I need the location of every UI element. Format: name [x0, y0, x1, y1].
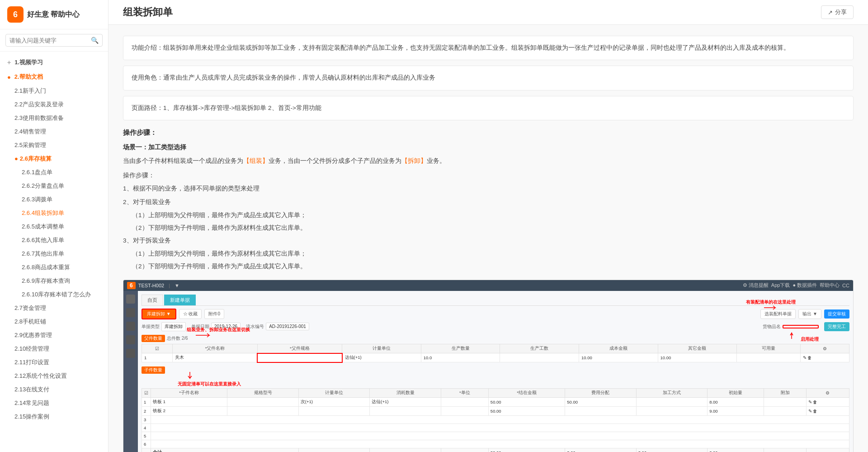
scenario1-desc: 当由多个子件材料组装成一个成品的业务为【组装】业务，当由一个父件拆分成多个子产品… [123, 155, 854, 167]
sidebar-item-error[interactable]: 2.6.10库存账本错了怎么办 [0, 288, 108, 301]
sc-sidebar-icon-5 [126, 349, 135, 358]
upper-td-avail [737, 353, 800, 362]
sc-field-sku[interactable] [783, 325, 819, 328]
sidebar-item-costcalc[interactable]: 2.6.8商品成本重算 [0, 261, 108, 274]
step-2-2: （2）下部明细为子件明细，最终作为原材料生成其它出库单。 [123, 222, 854, 234]
lower-table-row-1: 1 铁板 1 次(+1) 达仙(+1) 50.00 50.00 8.00 [142, 397, 849, 406]
step-3-2: （2）下部明细为子件明细，最终作为产成品生成其它入库单。 [123, 261, 854, 272]
sidebar-item-inventory[interactable]: ●2.6库存核算 [0, 152, 108, 166]
sidebar-item-assemble[interactable]: 2.6.4组装拆卸单 [0, 206, 108, 220]
search-area: 🔍 [0, 29, 108, 52]
upper-th-other: 其它金额 [658, 344, 737, 353]
sidebar-item-count[interactable]: 2.6.1盘点单 [0, 166, 108, 179]
sidebar-item-ops[interactable]: 2.10经营管理 [0, 342, 108, 356]
lower-th-unit: 计量单位 [298, 388, 369, 397]
step-2: 2、对于组装业务 [123, 196, 854, 208]
sidebar-item-sales[interactable]: 2.4销售管理 [0, 125, 108, 138]
highlight-assemble: 【组装】 [243, 157, 269, 164]
sc-btn-submit[interactable]: 提交审核 [824, 309, 849, 319]
sidebar-item-docs[interactable]: ● 2.帮助文档 [0, 70, 108, 84]
sidebar-item-video[interactable]: + 1.视频学习 [0, 55, 108, 70]
sidebar-item-purchase[interactable]: 2.5采购管理 [0, 138, 108, 152]
sidebar-item-print[interactable]: 2.11打印设置 [0, 356, 108, 369]
sc-tab-upper[interactable]: 父件数量 [142, 335, 165, 342]
sidebar-item-faq[interactable]: 2.14常见问题 [0, 396, 108, 410]
search-box[interactable]: 🔍 [5, 34, 103, 47]
sidebar-item-data[interactable]: 2.3使用前数据准备 [0, 111, 108, 125]
upper-th-spec: *父件规格 [257, 344, 342, 353]
lower-th-total: *结在金额 [488, 388, 565, 397]
sidebar-item-custom[interactable]: 2.12系统个性化设置 [0, 369, 108, 383]
sidebar-item-funds[interactable]: 2.7资金管理 [0, 301, 108, 315]
role-intro-text: 使用角色：通常由生产人员或库管人员完成拆装业务的操作，库管人员确认原材料的出库和… [132, 72, 845, 83]
func-intro-block: 功能介绍：组装拆卸单用来处理企业组装或拆卸等加工业务，支持有固定装配清单的产品加… [123, 36, 854, 60]
upper-td-other: 10.00 [658, 353, 737, 362]
sc-btn-save[interactable]: ☆ 收藏 [179, 309, 202, 319]
sidebar-item-cases[interactable]: 2.15操作案例 [0, 410, 108, 423]
upper-th-prod-qty: 生产数量 [421, 344, 500, 353]
sidebar-item-query[interactable]: 2.6.9库存账本查询 [0, 274, 108, 288]
sc-sidebar-icon-4 [126, 335, 135, 344]
upper-td-spec [257, 353, 342, 362]
upper-th-unit: 计量单位 [342, 344, 421, 353]
sc-appname: TEST-H002 [138, 283, 164, 288]
sidebar-item-new[interactable]: 2.1新手入门 [0, 84, 108, 98]
lower-table-row-6: 6 [142, 440, 849, 448]
sc-label-type: 单据类型 [142, 324, 160, 330]
sidebar-item-in[interactable]: 2.6.6其他入库单 [0, 233, 108, 247]
sc-dropdown: ▼ [175, 283, 179, 288]
scenario1-title: 场景一：加工类型选择 [123, 143, 854, 152]
step-1: 1、根据不同的业务，选择不同单据的类型来处理 [123, 183, 854, 195]
sc-btn-confirm[interactable]: 完整完工 [824, 322, 849, 331]
highlight-disassemble: 【拆卸】 [401, 157, 427, 164]
sc-annotation5-arrow [182, 372, 198, 381]
upper-td-name: 关木 [173, 353, 257, 362]
upper-td-qty: 10.0 [421, 353, 500, 362]
sidebar-item-cost[interactable]: 2.6.5成本调整单 [0, 220, 108, 233]
sidebar-item-coupon[interactable]: 2.9优惠券管理 [0, 328, 108, 342]
lower-table-row-4: 4 [142, 423, 849, 432]
share-button[interactable]: ↗ 分享 [821, 5, 854, 19]
sc-annotation3-text: 组装业务、拆卸业务在这里切换 [187, 327, 250, 333]
sc-tab-home[interactable]: 自页 [142, 295, 163, 305]
sc-btn-type[interactable]: 库建拆卸 ▼ [142, 309, 176, 319]
search-input[interactable] [9, 37, 91, 44]
sidebar-item-install[interactable]: 2.2产品安装及登录 [0, 98, 108, 111]
sc-label-qty: 总件数 2/6 [167, 335, 188, 342]
lower-th-add: 附加 [764, 388, 806, 397]
upper-th-avail: 可用量 [737, 344, 800, 353]
sc-tab-new[interactable]: 新建单据 [164, 295, 196, 305]
share-icon: ↗ [828, 9, 833, 16]
sc-topnav-1: ⚙ 消息提醒 [743, 282, 769, 289]
sidebar-item-out[interactable]: 2.6.7其他出库单 [0, 247, 108, 261]
sidebar-item-split[interactable]: 2.6.2分量盘点单 [0, 179, 108, 193]
upper-table: ☑ *父件名称 *父件规格 计量单位 生产数量 生产工数 成本金额 其它金额 可… [142, 344, 849, 363]
lower-table-row-3: 3 [142, 415, 849, 423]
sc-annotation5-text: 无固定清单可以在这里直接录入 [178, 381, 241, 387]
sc-btn-bom[interactable]: 选装配料单据 [760, 309, 796, 319]
upper-td-cost: 10.00 [579, 353, 658, 362]
sc-annotation3-arrow [196, 333, 214, 338]
sc-field-type[interactable]: 库建拆卸 [161, 322, 186, 331]
func-intro-text: 功能介绍：组装拆卸单用来处理企业组装或拆卸等加工业务，支持有固定装配清单的产品加… [132, 43, 845, 53]
sc-logo: 6 [127, 282, 136, 289]
page-title: 组装拆卸单 [123, 5, 173, 19]
sc-btn-extra[interactable]: 输出 ▼ [798, 309, 821, 319]
main-header: 组装拆卸单 ↗ 分享 [108, 0, 868, 25]
sc-btn-attach[interactable]: 附件0 [204, 309, 224, 319]
app-logo-icon: 6 [7, 6, 24, 23]
step-title: 操作步骤： [123, 170, 854, 181]
upper-table-row: 1 关木 达仙(+1) 10.0 10.00 10.00 ✎ 🗑 [142, 353, 849, 362]
lower-th-price: *单位 [441, 388, 488, 397]
step-3: 3、对于拆装业务 [123, 235, 854, 247]
screenshot-container: 6 TEST-H002 | ▼ ⚙ 消息提醒 App下载 ● 数据插件 帮助中心… [123, 280, 854, 452]
upper-td-act: ✎ 🗑 [800, 353, 849, 362]
lower-th-act: ⚙ [806, 388, 849, 397]
sidebar-item-payment[interactable]: 2.13在线支付 [0, 383, 108, 396]
sc-topnav-4: 帮助中心 [820, 282, 840, 289]
sc-field-no[interactable]: AD-20191226-001 [266, 323, 309, 330]
step-2-1: （1）上部明细为父件明细，最终作为产成品生成其它入库单； [123, 209, 854, 221]
lower-th-init: 初始量 [708, 388, 764, 397]
sidebar-item-adjust[interactable]: 2.6.3调拨单 [0, 193, 108, 206]
sidebar-item-mobile[interactable]: 2.8手机旺铺 [0, 315, 108, 328]
